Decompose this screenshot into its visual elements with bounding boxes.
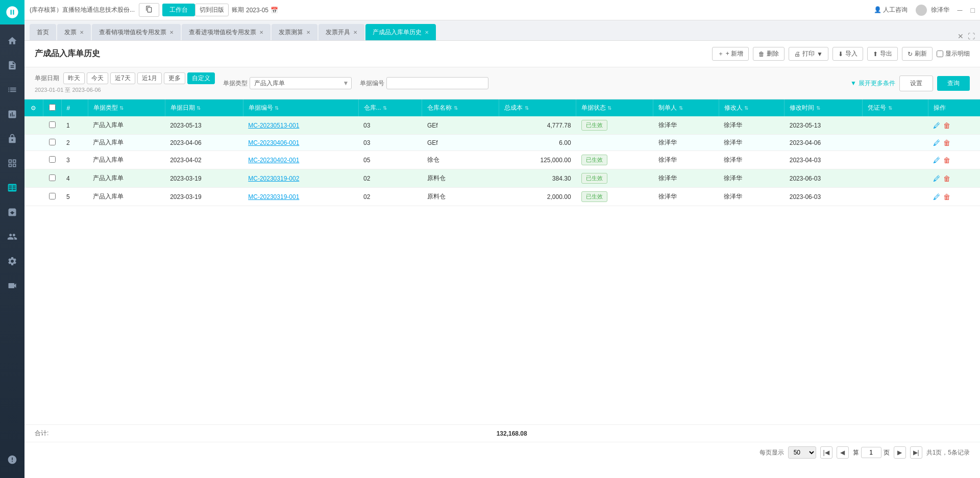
tab-home[interactable]: 首页 — [30, 24, 56, 40]
tab-check-purchase[interactable]: 查看进项增值税专用发票 ✕ — [182, 24, 271, 40]
trash-icon[interactable]: 🗑 — [943, 139, 950, 147]
first-page-btn[interactable]: |◀ — [820, 446, 832, 459]
tab-check-sales[interactable]: 查看销项增值税专用发票 ✕ — [92, 24, 181, 40]
th-settings[interactable]: ⚙ — [24, 99, 43, 116]
page-input[interactable] — [861, 447, 881, 458]
user-btn[interactable]: 徐泽华 — [916, 5, 949, 16]
close-window-btn[interactable]: ✕ — [958, 32, 964, 40]
edit-icon[interactable]: 🖉 — [933, 156, 940, 164]
tab-check-purchase-close[interactable]: ✕ — [259, 30, 263, 35]
export-btn[interactable]: ⬆ 导出 — [867, 47, 898, 61]
period-switch-btn[interactable]: 切到旧版 — [195, 4, 229, 16]
row-number[interactable]: MC-20230513-001 — [243, 116, 358, 135]
reset-btn[interactable]: 设置 — [899, 76, 933, 91]
row-checkbox[interactable] — [43, 169, 61, 188]
tab-invoice[interactable]: 发票 ✕ — [57, 24, 91, 40]
th-checkbox[interactable] — [43, 99, 61, 116]
sidebar-item-document[interactable] — [0, 53, 24, 78]
th-creator[interactable]: 制单人 ⇅ — [653, 99, 719, 116]
query-btn[interactable]: 查询 — [937, 76, 970, 91]
workbench-btn[interactable]: 工作台 — [162, 4, 195, 16]
last-page-btn[interactable]: ▶| — [910, 446, 922, 459]
tab-invoice-label: 发票 — [64, 28, 77, 37]
sidebar-item-table[interactable] — [0, 175, 24, 200]
sidebar-item-chart[interactable] — [0, 78, 24, 102]
sidebar — [0, 0, 24, 478]
trash-icon[interactable]: 🗑 — [943, 174, 950, 183]
tab-product-history[interactable]: 产成品入库单历史 ✕ — [365, 24, 436, 40]
tab-invoice-issue-close[interactable]: ✕ — [353, 30, 357, 35]
minimize-btn[interactable]: ─ — [958, 6, 963, 14]
row-checkbox[interactable] — [43, 135, 61, 151]
fullscreen-btn[interactable]: ⛶ — [968, 32, 975, 40]
row-checkbox[interactable] — [43, 116, 61, 135]
sidebar-item-version[interactable] — [0, 447, 24, 472]
edit-icon[interactable]: 🖉 — [933, 121, 940, 130]
th-date[interactable]: 单据日期 ⇅ — [165, 99, 243, 116]
th-warehouse-code[interactable]: 仓库... ⇅ — [358, 99, 422, 116]
row-checkbox[interactable] — [43, 151, 61, 169]
th-voucher[interactable]: 凭证号 ⇅ — [863, 99, 928, 116]
sidebar-item-grid[interactable] — [0, 151, 24, 175]
calendar-icon[interactable]: 📅 — [271, 7, 278, 14]
sidebar-item-home[interactable] — [0, 29, 24, 53]
tab-check-sales-close[interactable]: ✕ — [169, 30, 174, 35]
display-detail-checkbox[interactable] — [937, 51, 943, 57]
sidebar-item-users[interactable] — [0, 224, 24, 249]
row-type: 产品入库单 — [88, 169, 165, 188]
expand-btn[interactable]: ▼ 展开更多条件 — [850, 79, 895, 88]
filter-bar: 单据日期 昨天 今天 近7天 近1月 更多 自定义 2023-01-01 至 2… — [24, 67, 980, 99]
th-status[interactable]: 单据状态 ⇅ — [576, 99, 653, 116]
date-btn-more[interactable]: 更多 — [164, 72, 185, 84]
number-input[interactable] — [386, 77, 488, 89]
th-modify-time[interactable]: 修改时间 ⇅ — [785, 99, 863, 116]
copy-btn[interactable] — [139, 3, 159, 17]
edit-icon[interactable]: 🖉 — [933, 139, 940, 147]
tab-product-history-close[interactable]: ✕ — [425, 30, 429, 35]
th-modifier[interactable]: 修改人 ⇅ — [719, 99, 785, 116]
tab-invoice-calc-close[interactable]: ✕ — [306, 30, 310, 35]
next-page-btn[interactable]: ▶ — [894, 446, 906, 459]
date-btn-today[interactable]: 今天 — [87, 72, 108, 84]
refresh-btn[interactable]: ↻ 刷新 — [902, 47, 933, 61]
prev-page-btn[interactable]: ◀ — [837, 446, 849, 459]
date-btn-custom[interactable]: 自定义 — [187, 72, 215, 84]
delete-btn[interactable]: 🗑 删除 — [753, 47, 785, 61]
new-btn[interactable]: ＋ + 新增 — [712, 47, 749, 61]
tab-invoice-close[interactable]: ✕ — [80, 30, 84, 35]
sidebar-item-archive[interactable] — [0, 200, 24, 224]
type-select[interactable]: 产品入库单 — [250, 77, 352, 89]
th-total-cost[interactable]: 总成本 ⇅ — [499, 99, 576, 116]
row-checkbox[interactable] — [43, 188, 61, 206]
sidebar-item-video[interactable] — [0, 273, 24, 298]
row-number[interactable]: MC-20230319-002 — [243, 169, 358, 188]
date-btn-1month[interactable]: 近1月 — [137, 72, 162, 84]
row-seq: 3 — [61, 151, 88, 169]
sidebar-item-cog[interactable] — [0, 249, 24, 273]
edit-icon[interactable]: 🖉 — [933, 193, 940, 201]
sidebar-item-analytics[interactable] — [0, 102, 24, 127]
trash-icon[interactable]: 🗑 — [943, 193, 950, 201]
date-btn-7days[interactable]: 近7天 — [110, 72, 135, 84]
row-number[interactable]: MC-20230402-001 — [243, 151, 358, 169]
select-all-checkbox[interactable] — [49, 104, 56, 111]
date-btn-yesterday[interactable]: 昨天 — [63, 72, 85, 84]
th-warehouse-name[interactable]: 仓库名称 ⇅ — [422, 99, 499, 116]
row-type: 产品入库单 — [88, 151, 165, 169]
th-type[interactable]: 单据类型 ⇅ — [88, 99, 165, 116]
service-btn[interactable]: 👤 人工咨询 — [874, 6, 908, 14]
tab-invoice-calc[interactable]: 发票测算 ✕ — [272, 24, 317, 40]
import-btn[interactable]: ⬇ 导入 — [832, 47, 863, 61]
row-number[interactable]: MC-20230319-001 — [243, 188, 358, 206]
maximize-btn[interactable]: □ — [971, 6, 975, 14]
th-number[interactable]: 单据编号 ⇅ — [243, 99, 358, 116]
row-number[interactable]: MC-20230406-001 — [243, 135, 358, 151]
display-detail-toggle[interactable]: 显示明细 — [937, 49, 970, 58]
trash-icon[interactable]: 🗑 — [943, 156, 950, 164]
trash-icon[interactable]: 🗑 — [943, 121, 950, 130]
sidebar-item-lock[interactable] — [0, 127, 24, 151]
edit-icon[interactable]: 🖉 — [933, 174, 940, 183]
per-page-select[interactable]: 50 10 20 100 — [788, 446, 816, 459]
print-btn[interactable]: 🖨 打印 ▼ — [789, 47, 828, 61]
tab-invoice-issue[interactable]: 发票开具 ✕ — [318, 24, 364, 40]
